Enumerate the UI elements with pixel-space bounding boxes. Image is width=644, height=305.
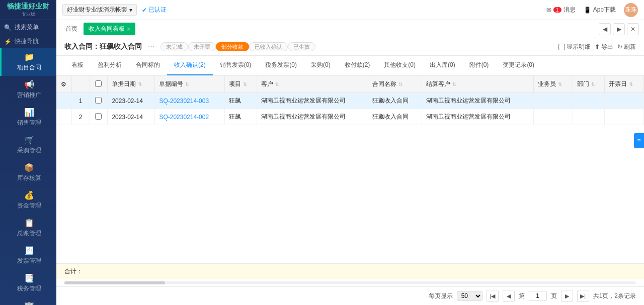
floating-right-button[interactable]: ≡ (634, 133, 644, 148)
contract-tab-label: 收入合同看板 (89, 25, 125, 33)
status-incomplete[interactable]: 未完成 (160, 42, 188, 51)
th-salesman[interactable]: 业务员⇅ (533, 76, 573, 93)
row-contract-name: 狂飙收入合同 (368, 109, 422, 125)
tab-盈利分析[interactable]: 盈利分析 (91, 56, 129, 75)
tabbar: 首页 收入合同看板 × ◀ ▶ ✕ (56, 20, 644, 38)
tab-收付款[interactable]: 收付款(2) (338, 56, 377, 75)
sidebar-item-tax[interactable]: 📑税务管理 (0, 269, 56, 297)
row-salesman (533, 109, 573, 125)
tabs-bar: 看板盈利分析合同标的收入确认(2)销售发票(0)税务发票(0)采购(0)收付款(… (56, 56, 644, 76)
row-project: 狂飙 (225, 109, 257, 125)
contract-tab[interactable]: 收入合同看板 × (84, 23, 135, 35)
company-dropdown-icon: ▾ (129, 7, 132, 14)
status-confirmed[interactable]: 已收入确认 (249, 42, 288, 51)
tab-附件[interactable]: 附件(0) (462, 56, 496, 75)
sidebar-item-fund[interactable]: 💰资金管理 (0, 186, 56, 214)
tab-销售发票[interactable]: 销售发票(0) (213, 56, 259, 75)
row-order-no[interactable]: SQ-20230214-002 (155, 109, 225, 125)
sidebar-item-assets[interactable]: 🏢固定资产 (0, 297, 56, 305)
tab-close-button[interactable]: ✕ (627, 23, 639, 35)
row-order-no[interactable]: SQ-20230214-003 (155, 93, 225, 109)
search-menu[interactable]: 🔍 搜索菜单 (0, 20, 56, 35)
sidebar-logo: 畅捷通好业财 专业版 (0, 0, 56, 20)
th-date[interactable]: 单据日期⇅ (108, 76, 155, 93)
message-button[interactable]: ✉ 1 消息 (546, 6, 576, 14)
department-sort-icon: ⇅ (591, 81, 595, 87)
tab-合同标的[interactable]: 合同标的 (129, 56, 167, 75)
avatar-text: 珠珠 (625, 6, 637, 14)
scroll-thumb[interactable] (64, 281, 165, 284)
export-label: 导出 (601, 43, 613, 51)
tab-税务发票[interactable]: 税务发票(0) (258, 56, 304, 75)
verified-status: ✔ 已认证 (142, 6, 167, 14)
show-detail-input[interactable] (558, 44, 565, 50)
message-icon: ✉ (546, 7, 551, 14)
main-area: 好业财专业版演示帐套 ▾ ✔ 已认证 ✉ 1 消息 📱 App下载 珠珠 (56, 0, 644, 305)
last-page-button[interactable]: ▶| (577, 290, 589, 302)
app-download-button[interactable]: 📱 App下载 (584, 6, 616, 14)
prev-page-button[interactable]: ◀ (503, 290, 515, 302)
app-download-icon: 📱 (584, 7, 591, 14)
sidebar-item-purchase[interactable]: 🛒采购管理 (0, 131, 56, 159)
first-page-button[interactable]: |◀ (487, 290, 499, 302)
th-checkbox[interactable] (90, 76, 108, 93)
company-selector[interactable]: 好业财专业版演示帐套 ▾ (62, 4, 137, 16)
th-settlement-customer[interactable]: 结算客户⇅ (422, 76, 533, 93)
tab-变更记录[interactable]: 变更记录(0) (496, 56, 541, 75)
status-effective[interactable]: 已生效 (288, 42, 315, 51)
th-customer[interactable]: 客户⇅ (257, 76, 368, 93)
inventory-icon: 📦 (24, 163, 34, 172)
refresh-button[interactable]: ↻ 刷新 (617, 43, 636, 51)
per-page-select[interactable]: 2050100 (457, 291, 482, 301)
th-settings[interactable]: ⚙ (56, 76, 71, 93)
sidebar-item-inventory[interactable]: 📦库存核算 (0, 159, 56, 186)
row-salesman (533, 93, 573, 109)
home-tab[interactable]: 首页 (61, 23, 82, 35)
tab-next-button[interactable]: ▶ (613, 23, 625, 35)
sidebar-item-project[interactable]: 📁项目合同 (0, 48, 56, 76)
verified-check-icon: ✔ (142, 7, 147, 14)
status-partial[interactable]: 部分收款 (216, 42, 249, 51)
horizontal-scrollbar[interactable] (56, 279, 644, 286)
row-date: 2023-02-14 (108, 109, 155, 125)
sidebar-item-summary[interactable]: 📋总账管理 (0, 214, 56, 242)
more-options-icon[interactable]: ··· (148, 42, 154, 51)
row-contract-name: 狂飙收入合同 (368, 93, 422, 109)
sidebar-item-invoice[interactable]: 🧾发票管理 (0, 242, 56, 269)
sidebar-label-summary: 总账管理 (17, 229, 41, 238)
sidebar-item-sales[interactable]: 📊销售管理 (0, 104, 56, 131)
next-page-button[interactable]: ▶ (561, 290, 573, 302)
tab-prev-button[interactable]: ◀ (599, 23, 611, 35)
th-order-no[interactable]: 单据编号⇅ (155, 76, 225, 93)
export-button[interactable]: ⬆ 导出 (595, 43, 613, 51)
total-label: 合计： (64, 267, 83, 276)
th-department[interactable]: 部门⇅ (573, 76, 605, 93)
row-department (573, 109, 605, 125)
tab-其他收支[interactable]: 其他收支(0) (377, 56, 423, 75)
show-detail-checkbox[interactable]: 显示明细 (558, 43, 591, 51)
close-tab-icon[interactable]: × (127, 26, 130, 33)
orderno-sort-icon: ⇅ (185, 81, 189, 87)
row-checkbox[interactable] (90, 109, 108, 125)
tab-出入库[interactable]: 出入库(0) (423, 56, 462, 75)
table-row[interactable]: 2 2023-02-14 SQ-20230214-002 狂飙 湖南卫视商业运营… (56, 109, 644, 125)
table-row[interactable]: 1 2023-02-14 SQ-20230214-003 狂飙 湖南卫视商业运营… (56, 93, 644, 109)
tab-采购[interactable]: 采购(0) (304, 56, 338, 75)
row-settlement-customer: 湖南卫视商业运营发展有限公司 (422, 109, 533, 125)
page-input[interactable] (529, 291, 547, 301)
status-uninvoiced[interactable]: 未开票 (188, 42, 216, 51)
contract-header: 收入合同：狂飙收入合同 ··· 未完成未开票部分收款已收入确认已生效 显示明细 … (56, 38, 644, 56)
tab-看板[interactable]: 看板 (64, 56, 91, 75)
status-buttons: 未完成未开票部分收款已收入确认已生效 (160, 43, 315, 51)
select-all-checkbox[interactable] (95, 80, 102, 87)
user-avatar[interactable]: 珠珠 (624, 3, 638, 17)
th-open-date[interactable]: 开票日⇅ (605, 76, 644, 93)
quick-nav[interactable]: ⚡ 快捷导航 (0, 35, 56, 48)
settlement-sort-icon: ⇅ (452, 81, 456, 87)
sidebar-item-marketing[interactable]: 📢营销推广 (0, 76, 56, 104)
date-sort-icon: ⇅ (138, 81, 142, 87)
th-project[interactable]: 项目⇅ (225, 76, 257, 93)
row-checkbox[interactable] (90, 93, 108, 109)
tab-收入确认[interactable]: 收入确认(2) (167, 56, 213, 75)
th-contract-name[interactable]: 合同名称⇅ (368, 76, 422, 93)
